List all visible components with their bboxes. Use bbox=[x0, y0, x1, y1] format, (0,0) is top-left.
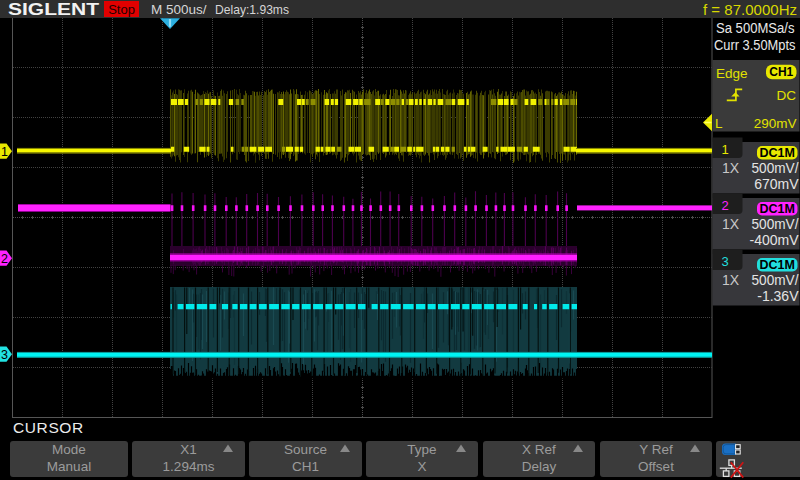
svg-text:f = 87.0000Hz: f = 87.0000Hz bbox=[703, 2, 797, 18]
svg-text:290mV: 290mV bbox=[754, 116, 797, 131]
svg-text:DC1M: DC1M bbox=[759, 146, 794, 160]
svg-text:Type: Type bbox=[407, 442, 436, 457]
svg-text:1.294ms: 1.294ms bbox=[163, 459, 215, 474]
svg-text:Source: Source bbox=[284, 442, 327, 457]
svg-text:X: X bbox=[417, 459, 426, 474]
svg-text:-400mV: -400mV bbox=[749, 232, 799, 248]
svg-text:1X: 1X bbox=[722, 216, 740, 232]
svg-text:Manual: Manual bbox=[47, 459, 91, 474]
svg-text:SIGLENT: SIGLENT bbox=[8, 0, 100, 19]
svg-text:3: 3 bbox=[1, 348, 8, 362]
svg-text:500mV/: 500mV/ bbox=[752, 272, 799, 288]
svg-text:DC1M: DC1M bbox=[759, 202, 794, 216]
svg-text:1X: 1X bbox=[722, 272, 740, 288]
svg-text:-1.36V: -1.36V bbox=[757, 288, 799, 304]
svg-text:DC1M: DC1M bbox=[759, 258, 794, 272]
svg-text:Curr 3.50Mpts: Curr 3.50Mpts bbox=[714, 37, 796, 53]
svg-text:500mV/: 500mV/ bbox=[752, 216, 799, 232]
svg-text:1X: 1X bbox=[722, 160, 740, 176]
svg-text:2: 2 bbox=[1, 252, 8, 266]
svg-text:X1: X1 bbox=[180, 442, 197, 457]
svg-text:X Ref: X Ref bbox=[522, 442, 556, 457]
svg-text:CURSOR: CURSOR bbox=[13, 419, 84, 436]
svg-text:Y Ref: Y Ref bbox=[639, 442, 673, 457]
svg-text:1: 1 bbox=[721, 142, 728, 157]
svg-text:CH1: CH1 bbox=[769, 65, 793, 79]
svg-text:CH1: CH1 bbox=[292, 459, 319, 474]
svg-text:Delay: Delay bbox=[522, 459, 557, 474]
svg-text:1: 1 bbox=[1, 145, 8, 159]
svg-text:Stop: Stop bbox=[108, 2, 135, 17]
svg-text:2: 2 bbox=[721, 198, 728, 213]
svg-text:L: L bbox=[715, 116, 723, 131]
svg-text:3: 3 bbox=[721, 254, 728, 269]
svg-text:Mode: Mode bbox=[52, 442, 86, 457]
svg-text:500mV/: 500mV/ bbox=[752, 160, 799, 176]
svg-text:DC: DC bbox=[777, 88, 797, 103]
svg-text:M 500us/: M 500us/ bbox=[151, 2, 207, 17]
svg-text:Delay:1.93ms: Delay:1.93ms bbox=[215, 2, 289, 17]
svg-text:Offset: Offset bbox=[638, 459, 674, 474]
svg-text:670mV: 670mV bbox=[754, 176, 799, 192]
svg-text:Sa 500MSa/s: Sa 500MSa/s bbox=[716, 20, 795, 36]
svg-text:Edge: Edge bbox=[716, 66, 748, 81]
